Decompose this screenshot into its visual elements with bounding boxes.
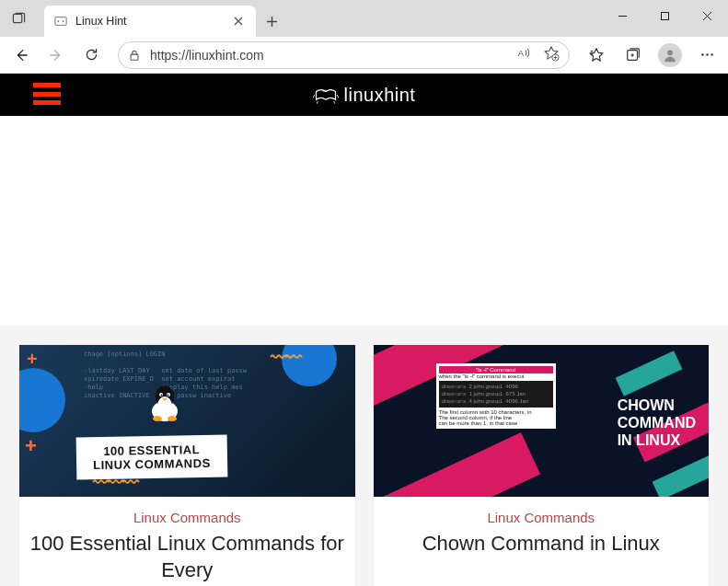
window-controls <box>601 0 728 31</box>
svg-point-23 <box>168 416 177 421</box>
page-viewport[interactable]: </> linuxhint + + 〰〰 〰〰〰 chage [opti <box>0 74 728 586</box>
logo-book-icon: </> <box>313 84 339 106</box>
tux-icon <box>148 384 181 422</box>
ad-space <box>0 116 728 326</box>
svg-point-10 <box>667 50 673 55</box>
svg-point-22 <box>153 416 162 421</box>
article-card[interactable]: "ls -l" Command when the "ls -l" command… <box>373 344 711 586</box>
read-aloud-icon[interactable]: A <box>516 45 532 64</box>
site-logo[interactable]: </> linuxhint <box>313 84 416 106</box>
window-close-button[interactable] <box>686 0 728 31</box>
svg-point-13 <box>711 53 712 55</box>
card-thumbnail: + + 〰〰 〰〰〰 chage [options] LOGIN -lastda… <box>19 345 355 497</box>
toolbar-right <box>581 40 722 71</box>
window-maximize-button[interactable] <box>643 0 686 31</box>
favorite-icon[interactable] <box>543 45 560 65</box>
svg-point-21 <box>168 395 169 396</box>
logo-text: linuxhint <box>344 85 416 106</box>
thumb-banner: 100 ESSENTIAL LINUX COMMANDS <box>76 435 227 480</box>
card-title[interactable]: 100 Essential Linux Commands for Every <box>29 531 346 583</box>
content-area: + + 〰〰 〰〰〰 chage [options] LOGIN -lastda… <box>0 326 728 586</box>
thumb-title-block: CHOWN COMMAND IN LINUX <box>618 396 696 450</box>
card-thumbnail: "ls -l" Command when the "ls -l" command… <box>374 345 710 497</box>
tab-title: Linux Hint <box>75 15 230 28</box>
browser-tab[interactable]: Linux Hint <box>44 6 256 37</box>
tab-favicon <box>53 14 68 29</box>
card-body: Linux Commands Chown Command in Linux <box>374 497 710 570</box>
new-tab-button[interactable] <box>256 6 287 37</box>
svg-point-4 <box>63 20 64 22</box>
menu-hamburger-button[interactable] <box>33 83 61 105</box>
svg-point-3 <box>58 20 60 22</box>
back-button[interactable] <box>6 40 37 71</box>
svg-rect-6 <box>131 54 138 60</box>
tab-actions-button[interactable] <box>0 0 37 37</box>
browser-titlebar: Linux Hint <box>0 0 728 37</box>
thumb-terminal-box: "ls -l" Command when the "ls -l" command… <box>436 363 556 429</box>
address-bar[interactable]: https://linuxhint.com A <box>118 41 570 69</box>
favorites-button[interactable] <box>581 40 612 71</box>
cards-row: + + 〰〰 〰〰〰 chage [options] LOGIN -lastda… <box>18 344 710 586</box>
profile-button[interactable] <box>654 40 686 71</box>
svg-rect-5 <box>661 12 668 19</box>
more-button[interactable] <box>691 40 722 71</box>
address-actions: A <box>516 45 560 65</box>
site-header: </> linuxhint <box>0 74 728 116</box>
tab-close-button[interactable] <box>230 13 247 29</box>
collections-button[interactable] <box>618 40 649 71</box>
site-lock-icon[interactable] <box>128 49 141 62</box>
svg-point-11 <box>701 53 703 55</box>
avatar-icon <box>658 43 682 67</box>
card-title[interactable]: Chown Command in Linux <box>383 531 700 557</box>
svg-text:A: A <box>518 49 525 58</box>
svg-rect-0 <box>13 14 21 22</box>
svg-point-20 <box>161 395 163 396</box>
card-category-link[interactable]: Linux Commands <box>383 510 700 525</box>
card-body: Linux Commands 100 Essential Linux Comma… <box>19 497 355 586</box>
browser-toolbar: https://linuxhint.com A <box>0 37 728 74</box>
svg-text:</>: </> <box>321 88 328 93</box>
forward-button[interactable] <box>40 40 72 71</box>
svg-point-12 <box>706 53 708 55</box>
address-url: https://linuxhint.com <box>150 48 516 63</box>
article-card[interactable]: + + 〰〰 〰〰〰 chage [options] LOGIN -lastda… <box>18 344 356 586</box>
window-minimize-button[interactable] <box>601 0 643 31</box>
svg-rect-2 <box>55 17 66 26</box>
refresh-button[interactable] <box>75 40 107 71</box>
card-category-link[interactable]: Linux Commands <box>29 510 346 525</box>
